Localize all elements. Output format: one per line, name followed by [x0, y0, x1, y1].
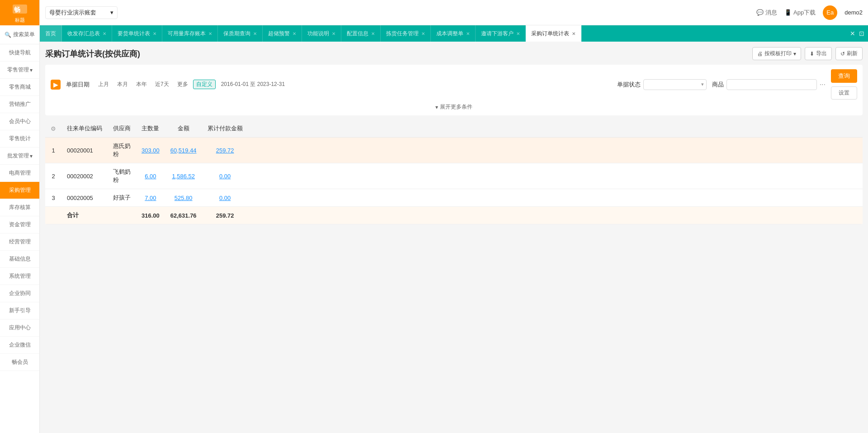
row3-amount-link[interactable]: 525.80: [175, 195, 193, 201]
row1-amount[interactable]: 60,519.44: [165, 138, 202, 163]
row1-paid[interactable]: 259.72: [202, 138, 248, 163]
sidebar-item-new-guide[interactable]: 新手引导: [0, 302, 39, 319]
row2-amount[interactable]: 1,586.52: [165, 163, 202, 189]
row2-index: 2: [45, 163, 61, 189]
row1-paid-link[interactable]: 259.72: [216, 147, 234, 154]
tab-close-icon[interactable]: ✕: [572, 31, 576, 36]
tab-close-icon[interactable]: ✕: [332, 31, 335, 36]
search-menu-button[interactable]: 🔍 搜索菜单: [3, 29, 37, 40]
sidebar-menu-items: 零售管理 ▾ 零售商城 营销推广 会员中心 零售统计 批发管理 ▾ 电商管理 采…: [0, 62, 39, 433]
date-shortcut-last-month[interactable]: 上月: [95, 79, 112, 90]
user-avatar[interactable]: Ea: [823, 5, 837, 20]
tab-close-icon[interactable]: ✕: [466, 31, 470, 36]
tab-config-info[interactable]: 配置信息 ✕: [341, 25, 381, 42]
footer-empty-cell: [45, 207, 61, 224]
sidebar-item-wholesale-management[interactable]: 批发管理 ▾: [0, 148, 39, 165]
tab-home[interactable]: 首页: [40, 25, 62, 42]
store-selector[interactable]: 母婴行业演示账套 ▾: [45, 6, 118, 19]
row3-paid[interactable]: 0.00: [202, 189, 248, 207]
sidebar-item-finance[interactable]: 资金管理: [0, 216, 39, 233]
tab-close-icon[interactable]: ✕: [208, 31, 212, 36]
sidebar-item-enterprise-wechat[interactable]: 企业微信: [0, 337, 39, 354]
tab-collection-summary[interactable]: 收发存汇总表 ✕: [62, 25, 112, 42]
tab-close-all-button[interactable]: ✕: [850, 30, 855, 37]
table-row: 1 00020001 惠氏奶粉 303.00 60,519.44 259.72: [45, 138, 863, 163]
row2-amount-link[interactable]: 1,586.52: [172, 173, 195, 180]
date-shortcut-7days[interactable]: 近7天: [152, 79, 172, 90]
sidebar-item-system[interactable]: 系统管理: [0, 268, 39, 285]
sidebar-item-retail-management[interactable]: 零售管理 ▾: [0, 62, 39, 79]
sidebar-item-marketing[interactable]: 营销推广: [0, 96, 39, 113]
row1-qty[interactable]: 303.00: [136, 138, 165, 163]
tab-invite-downstream[interactable]: 邀请下游客户 ✕: [476, 25, 526, 42]
row2-paid[interactable]: 0.00: [202, 163, 248, 189]
tab-close-icon[interactable]: ✕: [516, 31, 520, 36]
page-title: 采购订单统计表(按供应商): [45, 48, 140, 59]
tab-close-icon[interactable]: ✕: [253, 31, 257, 36]
date-shortcut-this-year[interactable]: 本年: [133, 79, 150, 90]
quick-nav-item[interactable]: 快捷导航: [0, 44, 39, 62]
row1-amount-link[interactable]: 60,519.44: [170, 147, 197, 154]
refresh-button[interactable]: ↺ 刷新: [835, 47, 863, 60]
app-download-button[interactable]: 📱 App下载: [784, 9, 816, 17]
row3-qty[interactable]: 7.00: [136, 189, 165, 207]
date-shortcut-this-month[interactable]: 本月: [114, 79, 131, 90]
print-button[interactable]: 🖨 按模板打印 ▾: [752, 47, 801, 60]
tab-order-stats[interactable]: 要货单统计表 ✕: [112, 25, 162, 42]
tab-cost-adjust[interactable]: 成本调整单 ✕: [431, 25, 476, 42]
settings-button[interactable]: 设置: [831, 86, 857, 100]
sidebar-item-app-center[interactable]: 应用中心: [0, 319, 39, 337]
tab-close-icon[interactable]: ✕: [371, 31, 375, 36]
tab-overstock-alert[interactable]: 超储预警 ✕: [263, 25, 302, 42]
sidebar-item-operations[interactable]: 经营管理: [0, 233, 39, 251]
tab-expiry-query[interactable]: 保质期查询 ✕: [218, 25, 263, 42]
tab-maximize-button[interactable]: ⊡: [859, 30, 864, 37]
tab-pick-task[interactable]: 拣货任务管理 ✕: [381, 25, 431, 42]
tab-close-icon[interactable]: ✕: [153, 31, 156, 36]
row3-qty-link[interactable]: 7.00: [145, 195, 156, 201]
table-footer-row: 合计 316.00 62,631.76 259.72: [45, 207, 863, 224]
sidebar-item-inventory-accounting[interactable]: 库存核算: [0, 199, 39, 216]
message-label: 消息: [765, 9, 777, 17]
sidebar-item-ecommerce[interactable]: 电商管理: [0, 165, 39, 182]
export-button[interactable]: ⬇ 导出: [805, 47, 832, 60]
tab-available-inventory[interactable]: 可用量库存账本 ✕: [162, 25, 218, 42]
row2-spacer: [248, 163, 863, 189]
row2-qty[interactable]: 6.00: [136, 163, 165, 189]
tab-close-icon[interactable]: ✕: [103, 31, 106, 36]
sidebar-item-member-center[interactable]: 会员中心: [0, 113, 39, 130]
col-amount-header: 金额: [165, 120, 202, 138]
row3-paid-link[interactable]: 0.00: [219, 195, 231, 201]
tab-close-icon[interactable]: ✕: [421, 31, 425, 36]
tab-function-desc[interactable]: 功能说明 ✕: [302, 25, 341, 42]
date-shortcut-more[interactable]: 更多: [174, 79, 191, 90]
sidebar-item-purchase-management[interactable]: 采购管理: [0, 182, 39, 199]
row2-paid-link[interactable]: 0.00: [219, 173, 231, 180]
tab-close-icon[interactable]: ✕: [292, 31, 296, 36]
row3-amount[interactable]: 525.80: [165, 189, 202, 207]
message-button[interactable]: 💬 消息: [756, 9, 777, 17]
column-settings-icon[interactable]: ⚙: [51, 125, 56, 132]
row1-spacer: [248, 138, 863, 163]
sidebar-item-basic-info[interactable]: 基础信息: [0, 251, 39, 268]
username-label[interactable]: demo2: [844, 9, 863, 16]
filter-toggle-button[interactable]: ▶: [51, 80, 61, 90]
query-button[interactable]: 查询: [831, 69, 857, 83]
avatar-text: Ea: [826, 9, 834, 16]
row2-qty-link[interactable]: 6.00: [145, 173, 156, 180]
row1-qty-link[interactable]: 303.00: [142, 147, 160, 154]
sidebar-search-section: 🔍 搜索菜单: [0, 25, 39, 44]
tab-purchase-order-stats[interactable]: 采购订单统计表 ✕: [526, 25, 581, 42]
goods-more-icon[interactable]: ···: [820, 81, 826, 89]
filter-expand-row: ▾ 展开更多条件: [51, 103, 857, 111]
status-select[interactable]: [643, 79, 707, 90]
sidebar-item-retail-stats[interactable]: 零售统计: [0, 130, 39, 148]
expand-more-button[interactable]: ▾ 展开更多条件: [435, 103, 472, 111]
sidebar-logo[interactable]: 畅 标题: [0, 0, 39, 25]
goods-search-input[interactable]: [726, 79, 817, 90]
date-custom-tag[interactable]: 自定义: [193, 80, 216, 89]
sidebar-item-retail-mall[interactable]: 零售商城: [0, 79, 39, 96]
sidebar-item-chang-member[interactable]: 畅会员: [0, 354, 39, 371]
tab-bar: 首页 收发存汇总表 ✕ 要货单统计表 ✕ 可用量库存账本 ✕ 保质期查询 ✕ 超…: [40, 25, 868, 42]
sidebar-item-enterprise-collab[interactable]: 企业协同: [0, 285, 39, 302]
